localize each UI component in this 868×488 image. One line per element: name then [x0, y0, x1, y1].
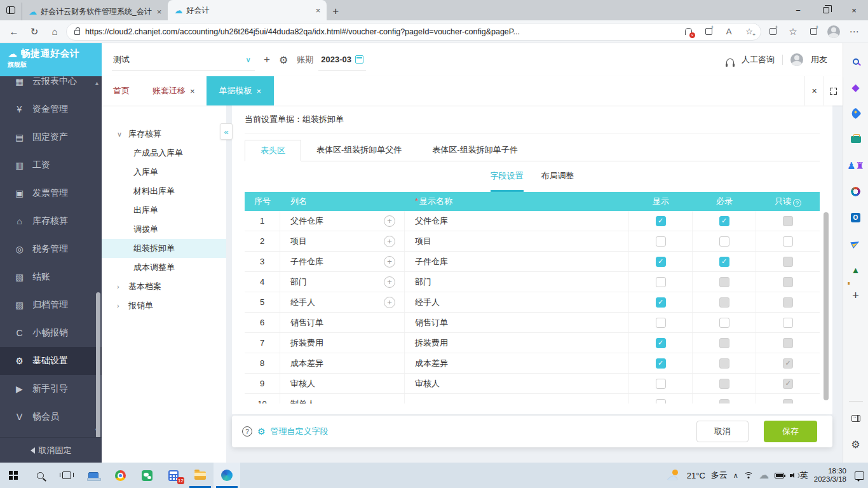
sidebar-item-member[interactable]: Ⅴ畅会员 — [0, 403, 102, 431]
display-name-cell[interactable] — [405, 394, 629, 403]
start-button[interactable] — [0, 463, 27, 488]
required-checkbox[interactable] — [719, 236, 729, 247]
browser-tab-inactive[interactable]: ☁ 好会计云财务软件管理系统_会计 × — [22, 3, 168, 20]
split-screen-icon[interactable] — [764, 23, 782, 41]
add-field-button[interactable]: + — [384, 297, 395, 308]
display-name-cell[interactable]: 部门 — [405, 272, 629, 292]
tree-item-finished-goods-receipt[interactable]: 产成品入库单 — [102, 144, 226, 163]
tree-item-material-issue[interactable]: 材料出库单 — [102, 182, 226, 201]
display-name-cell[interactable]: 销售订单 — [405, 313, 629, 332]
sidebar-item-report-center[interactable]: ▦云报表中心 — [0, 76, 102, 95]
tree-item-transfer[interactable]: 调拨单 — [102, 220, 226, 239]
notifications-blocked-icon[interactable]: × — [681, 24, 696, 39]
required-checkbox[interactable] — [719, 257, 729, 267]
tab-account-migration[interactable]: 账套迁移× — [141, 76, 207, 105]
display-name-cell[interactable]: 子件仓库 — [405, 252, 629, 271]
display-name-cell[interactable]: 成本差异 — [405, 353, 629, 373]
readonly-checkbox[interactable] — [783, 379, 793, 389]
profile-avatar[interactable] — [825, 23, 843, 41]
help-icon[interactable]: ? — [793, 199, 801, 207]
show-checkbox[interactable] — [656, 297, 666, 308]
sidebar-item-inventory[interactable]: ⌂库存核算 — [0, 207, 102, 235]
tab-field-settings[interactable]: 字段设置 — [491, 161, 524, 192]
add-field-button[interactable]: + — [384, 236, 395, 247]
url-text[interactable]: https://cloud2.chanjet.com/accounting/uh… — [85, 27, 675, 36]
show-checkbox[interactable] — [656, 338, 666, 348]
settings-menu-icon[interactable]: ⋯ — [845, 23, 863, 41]
add-account-button[interactable]: + — [264, 53, 270, 66]
show-checkbox[interactable] — [656, 318, 666, 328]
unpin-sidebar-button[interactable]: 取消固定 — [0, 437, 102, 463]
readonly-checkbox[interactable] — [783, 338, 793, 348]
tree-item-goods-receipt[interactable]: 入库单 — [102, 163, 226, 182]
microsoft-365-icon[interactable] — [844, 179, 867, 205]
weather-temp[interactable]: 21°C — [687, 471, 705, 480]
required-checkbox[interactable] — [719, 297, 729, 308]
tree-node-expense-voucher[interactable]: › 报销单 — [102, 296, 226, 315]
fullscreen-button[interactable] — [824, 76, 843, 105]
scroll-up-icon[interactable]: ▲ — [94, 80, 100, 86]
input-language[interactable]: 英 — [800, 470, 808, 481]
home-button[interactable]: ⌂ — [46, 23, 64, 41]
sidebar-item-archive[interactable]: ▨归档管理 — [0, 291, 102, 319]
sidebar-item-funds[interactable]: ¥资金管理 — [0, 95, 102, 123]
tree-planting-icon[interactable]: ▲ — [844, 257, 867, 283]
readonly-checkbox[interactable] — [783, 297, 793, 308]
support-link[interactable]: 人工咨询 — [742, 54, 775, 65]
readonly-checkbox[interactable] — [783, 277, 793, 287]
collapse-tree-button[interactable]: « — [220, 123, 233, 140]
table-scrollbar[interactable] — [824, 212, 829, 400]
display-name-cell[interactable]: 父件仓库 — [405, 211, 629, 231]
manage-custom-fields-link[interactable]: 管理自定义字段 — [271, 426, 329, 437]
required-checkbox[interactable] — [719, 358, 729, 369]
sidebar-item-expense[interactable]: C小畅报销 — [0, 319, 102, 347]
required-checkbox[interactable] — [719, 399, 729, 404]
account-settings-icon[interactable]: ⚙ — [279, 54, 288, 66]
add-sidebar-item-icon[interactable]: + — [844, 283, 867, 309]
readonly-checkbox[interactable] — [783, 236, 793, 247]
sidebar-item-payroll[interactable]: ▥工资 — [0, 151, 102, 179]
show-checkbox[interactable] — [656, 216, 666, 226]
tree-item-assembly-disassembly[interactable]: 组装拆卸单 — [102, 239, 226, 258]
show-checkbox[interactable] — [656, 399, 666, 404]
sidebar-settings-icon[interactable]: ⚙ — [844, 431, 867, 458]
sidebar-item-guide[interactable]: ▶新手引导 — [0, 375, 102, 403]
close-tab-icon[interactable]: × — [257, 86, 262, 96]
sidebar-item-invoice[interactable]: ▣发票管理 — [0, 179, 102, 207]
battery-icon[interactable] — [775, 473, 784, 478]
accounting-app-icon[interactable]: 12 — [160, 463, 187, 488]
required-checkbox[interactable] — [719, 318, 729, 328]
tab-home[interactable]: 首页 — [102, 76, 141, 105]
outlook-icon[interactable]: O — [844, 205, 867, 231]
collections-icon[interactable] — [804, 23, 822, 41]
add-favorite-icon[interactable]: ☆ — [742, 24, 757, 39]
install-app-icon[interactable] — [701, 24, 716, 39]
tab-header-area[interactable]: 表头区 — [245, 140, 301, 161]
show-checkbox[interactable] — [656, 277, 666, 287]
tab-actions-icon[interactable] — [0, 0, 22, 20]
volume-icon[interactable] — [790, 473, 794, 478]
favorites-icon[interactable]: ☆ — [784, 23, 802, 41]
close-tab-icon[interactable]: × — [315, 6, 322, 15]
action-center-icon[interactable] — [855, 471, 864, 480]
add-field-button[interactable]: + — [384, 215, 395, 227]
sidebar-item-tax[interactable]: ◎税务管理 — [0, 235, 102, 263]
shopping-icon[interactable] — [844, 100, 867, 126]
show-checkbox[interactable] — [656, 379, 666, 389]
required-checkbox[interactable] — [719, 379, 729, 389]
read-aloud-icon[interactable]: A — [721, 24, 736, 39]
save-button[interactable]: 保存 — [764, 421, 817, 442]
show-checkbox[interactable] — [656, 257, 666, 267]
readonly-checkbox[interactable] — [783, 216, 793, 226]
weather-desc[interactable]: 多云 — [711, 470, 728, 481]
file-explorer-icon[interactable] — [187, 463, 214, 488]
user-avatar[interactable] — [790, 53, 803, 66]
sidebar-panel-icon[interactable] — [844, 405, 867, 431]
copilot-icon[interactable]: ◆ — [844, 74, 867, 100]
tree-item-cost-adjustment[interactable]: 成本调整单 — [102, 258, 226, 277]
sidebar-item-fixed-assets[interactable]: ▤固定资产 — [0, 123, 102, 151]
restore-button[interactable] — [812, 0, 840, 20]
remote-desktop-icon[interactable] — [80, 463, 107, 488]
readonly-checkbox[interactable] — [783, 358, 793, 369]
sidebar-item-settings[interactable]: ⚙基础设置 — [0, 347, 102, 375]
